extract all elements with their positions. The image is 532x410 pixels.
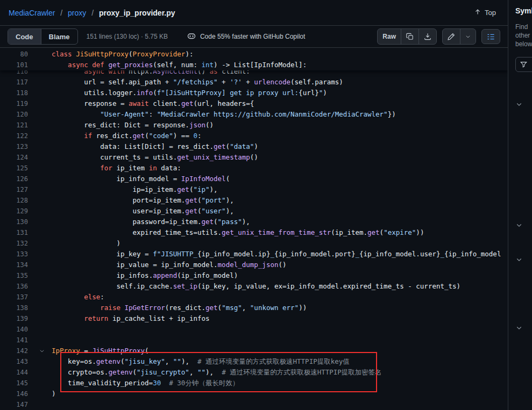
line-number[interactable]: 137: [0, 292, 32, 303]
breadcrumb-folder-link[interactable]: proxy: [68, 9, 86, 17]
code-text: data: List[Dict] = res_dict.get("data"): [52, 141, 258, 152]
symbol-tree-chevron-down-icon[interactable]: [516, 255, 522, 265]
code-line: 123 data: List[Dict] = res_dict.get("dat…: [0, 141, 508, 152]
code-line: 101 async def get_proxies(self, num: int…: [0, 60, 508, 70]
download-icon-button[interactable]: [418, 29, 436, 44]
fold-gutter: [32, 174, 52, 184]
code-line: 135 ip_infos.append(ip_info_model): [0, 270, 508, 281]
line-number[interactable]: 143: [0, 356, 32, 367]
fold-gutter: [32, 227, 52, 238]
code-line: 136 self.ip_cache.set_ip(ip_key, ip_valu…: [0, 281, 508, 292]
line-number[interactable]: 120: [0, 109, 32, 120]
back-to-top-button[interactable]: Top: [471, 8, 499, 18]
code-blame-switcher: Code Blame: [8, 28, 78, 45]
line-number[interactable]: 128: [0, 195, 32, 206]
line-number[interactable]: 124: [0, 152, 32, 163]
fold-gutter: [32, 389, 52, 399]
line-number[interactable]: 131: [0, 227, 32, 238]
symbols-outline-icon: [487, 33, 495, 41]
line-number[interactable]: 130: [0, 217, 32, 227]
code-line: 145 time_validity_period=30 # 30分钟（最长时效）: [0, 378, 508, 389]
line-number[interactable]: 145: [0, 378, 32, 389]
code-text: ): [52, 238, 120, 249]
raw-button[interactable]: Raw: [378, 29, 401, 44]
code-line: 137 else:: [0, 292, 508, 303]
edit-pencil-button[interactable]: [443, 29, 460, 44]
code-text: ip_info_model = IpInfoModel(: [52, 174, 230, 184]
tab-code[interactable]: Code: [8, 29, 41, 44]
line-number[interactable]: 117: [0, 77, 32, 88]
code-text: ): [52, 389, 56, 399]
line-number[interactable]: 135: [0, 270, 32, 281]
line-number[interactable]: 121: [0, 120, 32, 131]
code-lines: 117 url = self.api_path + "/fetchips" + …: [0, 77, 508, 410]
line-number[interactable]: 141: [0, 335, 32, 346]
code-text: ip_key = f"JISUHTTP_{ip_info_model.ip}_{…: [52, 249, 501, 260]
pencil-icon: [448, 33, 455, 40]
symbol-tree-chevron-down-icon[interactable]: [516, 323, 522, 333]
line-number[interactable]: 136: [0, 281, 32, 292]
line-number[interactable]: 144: [0, 367, 32, 378]
line-number[interactable]: 133: [0, 249, 32, 260]
partially-hidden-line: 116 async with httpx.AsyncClient() as cl…: [0, 70, 508, 77]
code-line: 80class JiSuHttpProxy(ProxyProvider):: [0, 49, 508, 60]
code-text: current_ts = utils.get_unix_timestamp(): [52, 152, 258, 163]
fold-gutter: [32, 98, 52, 109]
fold-gutter: [32, 77, 52, 88]
line-number[interactable]: 125: [0, 163, 32, 174]
breadcrumb-repo-link[interactable]: MediaCrawler: [9, 9, 55, 17]
tab-blame[interactable]: Blame: [41, 29, 77, 44]
copilot-banner[interactable]: Code 55% faster with GitHub Copilot: [187, 32, 305, 42]
line-number[interactable]: 129: [0, 206, 32, 217]
breadcrumb: MediaCrawler / proxy / proxy_ip_provider…: [9, 9, 175, 17]
line-number[interactable]: 80: [0, 49, 32, 60]
line-number[interactable]: 101: [0, 60, 32, 70]
code-line: 122 if res_dict.get("code") == 0:: [0, 131, 508, 141]
code-line: 147: [0, 399, 508, 410]
symbol-tree-chevron-down-icon[interactable]: [516, 100, 522, 110]
fold-gutter: [32, 184, 52, 195]
symbols-panel-toggle-button[interactable]: [481, 29, 500, 44]
line-number[interactable]: 119: [0, 98, 32, 109]
line-number[interactable]: 118: [0, 88, 32, 98]
line-number[interactable]: 134: [0, 260, 32, 270]
fold-chevron-icon[interactable]: [32, 346, 52, 356]
line-number[interactable]: 146: [0, 389, 32, 399]
copy-icon-button[interactable]: [401, 29, 418, 44]
line-number[interactable]: 127: [0, 184, 32, 195]
download-icon: [424, 33, 431, 40]
fold-gutter: [32, 313, 52, 324]
line-number[interactable]: 147: [0, 399, 32, 410]
line-number[interactable]: 139: [0, 313, 32, 324]
symbol-tree-chevron-down-icon[interactable]: [516, 221, 522, 231]
line-number[interactable]: 132: [0, 238, 32, 249]
code-line: 132 ): [0, 238, 508, 249]
line-number[interactable]: 140: [0, 324, 32, 335]
fold-gutter: [32, 70, 52, 77]
line-number[interactable]: 116: [0, 70, 32, 77]
code-line: 127 ip=ip_item.get("ip"),: [0, 184, 508, 195]
line-number[interactable]: 126: [0, 174, 32, 184]
code-editor-area: 80class JiSuHttpProxy(ProxyProvider):101…: [0, 48, 508, 410]
code-line: 134 ip_value = ip_info_model.model_dump_…: [0, 260, 508, 270]
code-text: ip_infos.append(ip_info_model): [52, 270, 238, 281]
fold-gutter: [32, 399, 52, 410]
line-number[interactable]: 122: [0, 131, 32, 141]
code-line: 140: [0, 324, 508, 335]
fold-gutter: [32, 206, 52, 217]
code-text: time_validity_period=30 # 30分钟（最长时效）: [52, 378, 239, 389]
code-text: res_dict: Dict = response.json(): [52, 120, 214, 131]
symbols-description-line: Find: [515, 23, 532, 31]
filter-funnel-icon: [520, 61, 527, 68]
line-number[interactable]: 138: [0, 303, 32, 313]
line-number[interactable]: 142: [0, 346, 32, 356]
fold-gutter: [32, 131, 52, 141]
code-text: ip_value = ip_info_model.model_dump_json…: [52, 260, 287, 270]
copilot-icon: [187, 32, 196, 42]
line-number[interactable]: 123: [0, 141, 32, 152]
code-line: 133 ip_key = f"JISUHTTP_{ip_info_model.i…: [0, 249, 508, 260]
code-line: 121 res_dict: Dict = response.json(): [0, 120, 508, 131]
edit-dropdown-button[interactable]: [460, 29, 476, 44]
code-text: response = await client.get(url, headers…: [52, 98, 254, 109]
symbols-filter-input[interactable]: [515, 57, 532, 72]
